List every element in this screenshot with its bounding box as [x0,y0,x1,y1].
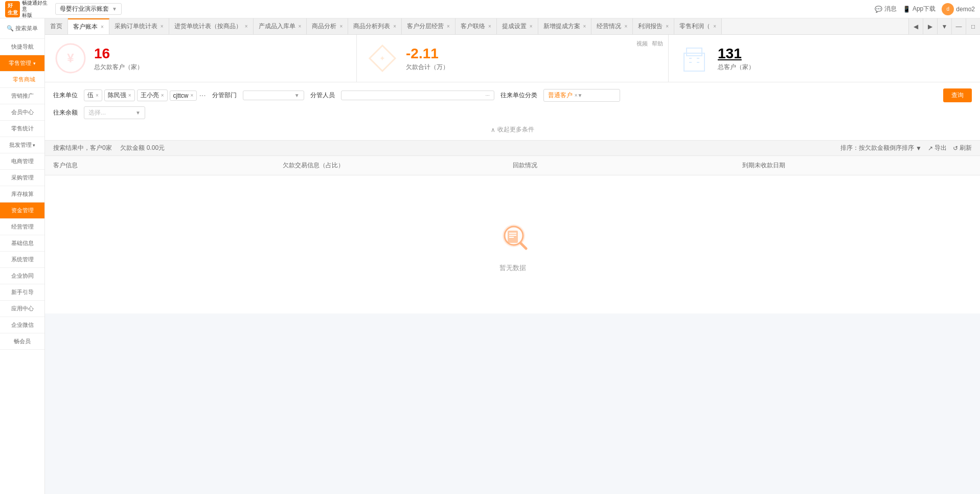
empty-text: 暂无数据 [499,263,526,273]
filter-select-category[interactable]: 普通客户 × ▼ [543,89,620,102]
diamond-icon: ✦ [367,43,398,74]
sidebar-sub-retail-mall[interactable]: 零售商城 [0,72,44,88]
quick-nav-button[interactable]: 快捷导航 [3,41,41,53]
data-table: 客户信息 欠款交易信息（占比） 回款情况 到期未收款日期 [45,156,980,313]
stat-info-debt-customers: 16 总欠款客户（家） [94,46,143,72]
window-minimize-button[interactable]: — [951,18,966,35]
more-icon: ··· [485,93,489,98]
remove-tag-cjttcw[interactable]: × [191,93,194,98]
sidebar-item-member-card[interactable]: 畅会员 [0,333,44,350]
sort-select[interactable]: 排序：按欠款金额倒序排序 ▼ [840,144,922,152]
close-icon[interactable]: × [583,24,586,29]
main-layout: 🔍 搜索菜单 快捷导航 零售管理 ▾ 零售商城 营销推广 会员中心 零售统计 批… [0,18,980,494]
tab-ops-status[interactable]: 经营情况 × [591,18,633,35]
help-button[interactable]: 帮助 [652,40,663,48]
remove-tag-chen[interactable]: × [128,93,131,98]
window-maximize-button[interactable]: □ [966,18,980,35]
app-download-button[interactable]: 📱 App下载 [903,5,936,13]
sidebar-item-member[interactable]: 会员中心 [0,104,44,121]
filter-select-person[interactable]: ··· [341,91,494,100]
search-menu-button[interactable]: 🔍 搜索菜单 [3,23,41,34]
col-header-repay: 回款情况 [513,161,742,170]
message-button[interactable]: 💬 消息 [875,5,897,13]
tab-product-analysis-list[interactable]: 商品分析列表 × [348,18,402,35]
user-menu[interactable]: d demo2 [942,3,975,15]
filter-tag-wang[interactable]: 王小亮 × [137,89,168,101]
tab-list: 首页 客户账本 × 采购订单统计表 × 进货单统计表（按商品） × 产成品入库单… [45,18,908,35]
sidebar-item-basic-info[interactable]: 基础信息 [0,235,44,252]
sidebar-item-enterprise[interactable]: 企业协同 [0,268,44,284]
tab-purchase-order[interactable]: 采购订单统计表 × [109,18,169,35]
filter-tag-normal-customer[interactable]: 普通客户 × [548,91,578,100]
close-icon[interactable]: × [713,24,716,29]
tab-commission[interactable]: 提成设置 × [497,18,538,35]
tab-customer-accounts[interactable]: 客户账本 × [68,18,109,35]
filter-tag-chen[interactable]: 陈民强 × [104,89,135,101]
tab-next-button[interactable]: ▶ [923,18,937,35]
stat-label-debt-amount: 欠款合计（万） [406,63,449,72]
close-icon[interactable]: × [447,24,450,29]
stat-help-actions: 视频 帮助 [636,40,663,48]
chevron-down-icon: ▼ [578,93,583,98]
tab-home[interactable]: 首页 [45,18,68,35]
sidebar-item-purchase[interactable]: 采购管理 [0,170,44,186]
filter-tag-wu[interactable]: 伍 × [84,89,102,101]
tab-menu-button[interactable]: ▼ [937,18,951,35]
result-bar-actions: 排序：按欠款金额倒序排序 ▼ ↗ 导出 ↺ 刷新 [840,144,972,152]
close-icon[interactable]: × [530,24,533,29]
remove-tag-wu[interactable]: × [96,93,99,98]
query-button[interactable]: 查询 [943,88,972,102]
sidebar-item-operations[interactable]: 经营管理 [0,219,44,235]
close-icon[interactable]: × [245,24,248,29]
tab-product-analysis[interactable]: 商品分析 × [307,18,348,35]
tab-cost-inbound[interactable]: 产成品入库单 × [254,18,307,35]
result-bar: 搜索结果中，客户0家 欠款金额 0.00元 排序：按欠款金额倒序排序 ▼ ↗ 导… [45,141,980,156]
filter-select-dept[interactable]: ▼ [243,91,304,100]
sidebar-item-finance[interactable]: 资金管理 [0,203,44,219]
collapse-button[interactable]: ∧ 收起更多条件 [491,125,534,134]
close-icon[interactable]: × [624,24,627,29]
close-icon[interactable]: × [393,24,396,29]
sidebar-item-inventory[interactable]: 库存核算 [0,186,44,203]
close-icon[interactable]: × [161,24,164,29]
close-icon[interactable]: × [488,24,491,29]
sidebar-item-enterprise-wx[interactable]: 企业微信 [0,317,44,333]
industry-select[interactable]: 母婴行业演示账套 ▼ [55,3,122,15]
sidebar-item-ecommerce[interactable]: 电商管理 [0,153,44,170]
close-icon[interactable]: × [666,24,669,29]
video-button[interactable]: 视频 [636,40,648,48]
filter-tag-cjttcw[interactable]: cjttcw × [170,91,197,101]
sidebar-item-retail-stats[interactable]: 零售统计 [0,121,44,137]
refresh-button[interactable]: ↺ 刷新 [953,144,972,152]
tab-retail-profit[interactable]: 零售利润（ × [674,18,722,35]
sidebar-item-marketing[interactable]: 营销推广 [0,88,44,104]
svg-line-16 [520,243,526,249]
tab-new-commission[interactable]: 新增提成方案 × [538,18,592,35]
filter-tags-unit: 伍 × 陈民强 × 王小亮 × cjttcw × [84,89,206,101]
tab-customer-segment[interactable]: 客户分层经营 × [402,18,455,35]
stat-info-total-customers: 131 总客户（家） [718,46,755,72]
close-icon[interactable]: × [339,24,343,29]
close-icon[interactable]: × [101,24,104,30]
filter-label-category: 往来单位分类 [500,91,537,100]
tab-prev-button[interactable]: ◀ [908,18,923,35]
sidebar-item-batch[interactable]: 批发管理 ▾ [0,137,44,153]
filter-select-balance[interactable]: 选择... ▼ [84,106,145,119]
logo-text: 畅捷通好生意 标版 [22,0,50,18]
close-icon[interactable]: × [299,24,302,29]
sidebar-item-sys[interactable]: 系统管理 [0,252,44,268]
stat-label-debt-customers: 总欠款客户（家） [94,63,143,72]
filters-area: 往来单位 伍 × 陈民强 × 王小亮 × [45,82,980,141]
tab-bar: 首页 客户账本 × 采购订单统计表 × 进货单统计表（按商品） × 产成品入库单… [45,18,980,35]
tab-customer-contact[interactable]: 客户联络 × [455,18,497,35]
sidebar-item-new-guide[interactable]: 新手引导 [0,284,44,301]
tab-inbound-stats[interactable]: 进货单统计表（按商品） × [169,18,254,35]
export-button[interactable]: ↗ 导出 [928,144,947,152]
sidebar-item-retail-mgmt[interactable]: 零售管理 ▾ [0,55,44,72]
sidebar-item-app-center[interactable]: 应用中心 [0,301,44,317]
stat-number-debt-amount: -2.11 [406,46,449,62]
add-unit-tag-button[interactable]: ··· [199,91,206,100]
tab-profit-report[interactable]: 利润报告 × [633,18,674,35]
remove-tag-wang[interactable]: × [161,93,164,98]
filter-row-2: 往来余额 选择... ▼ [53,106,972,119]
